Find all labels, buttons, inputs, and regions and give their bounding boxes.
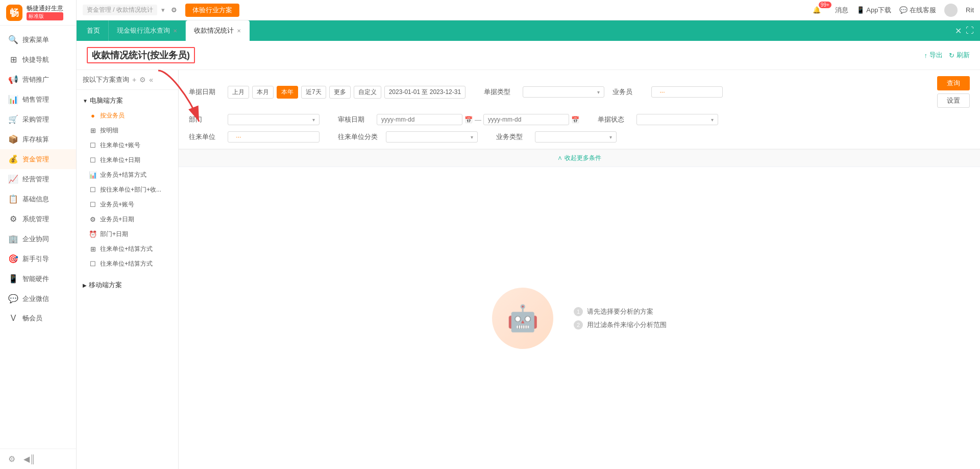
export-button[interactable]: ↑ 导出 — [924, 51, 943, 60]
tab-bank-flow[interactable]: 现金银行流水查询 ✕ — [109, 20, 186, 41]
this-month-btn[interactable]: 本月 — [252, 86, 274, 99]
trial-button[interactable]: 体验行业方案 — [185, 4, 239, 17]
biz-type-select[interactable]: ▾ — [535, 131, 617, 143]
plan-item-by-detail[interactable]: ⊞ 按明细 — [77, 123, 178, 138]
topbar-right: 🔔99+ 消息 📱 App下载 💬 在线客服 Rit — [813, 4, 974, 17]
counterpart-more-btn[interactable]: ··· — [236, 133, 241, 140]
tab-maximize-icon[interactable]: ⛶ — [966, 26, 974, 35]
page-title: 收款情况统计(按业务员) — [87, 47, 195, 63]
collapse-bar[interactable]: ∧ 收起更多条件 — [179, 149, 980, 167]
plan-item-unit-date[interactable]: ☐ 往来单位+日期 — [77, 153, 178, 168]
plan-item-unit-dept-receipts[interactable]: ☐ 按往来单位+部门+收... — [77, 182, 178, 197]
sidebar-item-basic-info[interactable]: 📋 基础信息 — [0, 189, 76, 209]
sidebar-item-purchase[interactable]: 🛒 采购管理 — [0, 109, 76, 129]
user-avatar[interactable] — [944, 4, 958, 17]
custom-date-btn[interactable]: 自定义 — [354, 86, 381, 99]
notifications-bell-icon[interactable]: 🔔99+ 消息 — [813, 5, 849, 15]
review-date-calendar-icon[interactable]: 📅 — [464, 116, 473, 124]
filter-row-2: 部门 ▾ 审核日期 📅 — 📅 单据状态 — [189, 114, 970, 125]
counterpart-type-select[interactable]: ▾ — [386, 131, 478, 143]
user-name: Rit — [966, 6, 974, 14]
last-month-btn[interactable]: 上月 — [228, 86, 249, 99]
more-date-btn[interactable]: 更多 — [329, 86, 351, 99]
plan-item-salesman-date[interactable]: ⚙ 业务员+日期 — [77, 212, 178, 227]
basic-info-icon: 📋 — [8, 194, 18, 204]
settings-button[interactable]: 设置 — [937, 93, 970, 108]
mobile-plans-arrow-icon: ▶ — [83, 283, 87, 288]
voucher-type-select[interactable]: ▾ — [523, 86, 604, 98]
add-plan-icon[interactable]: + — [132, 76, 136, 84]
sidebar-item-guide[interactable]: 🎯 新手引导 — [0, 249, 76, 269]
voucher-status-chevron-icon: ▾ — [711, 117, 714, 123]
sidebar-item-operations[interactable]: 📈 经营管理 — [0, 169, 76, 189]
inventory-icon: 📦 — [8, 134, 18, 144]
topbar-gear-icon[interactable]: ⚙ — [171, 6, 177, 14]
plan-item-unit-account[interactable]: ☐ 往来单位+账号 — [77, 138, 178, 153]
pc-plans-arrow-icon: ▼ — [83, 98, 88, 104]
tab-close-all-icon[interactable]: ✕ — [955, 26, 962, 36]
quick-nav-icon: ⊞ — [8, 55, 18, 64]
plan-item-unit-payment1[interactable]: ⊞ 往来单位+结算方式 — [77, 242, 178, 256]
sidebar-item-finance[interactable]: 💰 资金管理 — [0, 149, 76, 169]
panel-collapse-icon[interactable]: « — [149, 76, 153, 84]
app-download-link[interactable]: 📱 App下载 — [856, 6, 891, 15]
salesman-more-btn[interactable]: ··· — [659, 88, 665, 96]
plan-item-salesman-payment[interactable]: 📊 业务员+结算方式 — [77, 168, 178, 182]
sidebar-item-system[interactable]: ⚙ 系统管理 — [0, 209, 76, 229]
sidebar-item-marketing[interactable]: 📢 营销推广 — [0, 69, 76, 89]
sidebar-item-quick-nav[interactable]: ⊞ 快捷导航 — [0, 50, 76, 69]
tab-receipts[interactable]: 收款情况统计 ✕ — [186, 20, 250, 41]
empty-illustration: 🤖 — [492, 288, 553, 349]
last-7days-btn[interactable]: 近7天 — [301, 86, 326, 99]
collapse-bar-label: ∧ 收起更多条件 — [557, 154, 601, 161]
counterpart-label: 往来单位 — [189, 132, 219, 142]
sidebar-item-inventory[interactable]: 📦 库存核算 — [0, 129, 76, 149]
sidebar-item-hardware[interactable]: 📱 智能硬件 — [0, 269, 76, 289]
left-panel: 按以下方案查询 + ⚙ « ▼ 电脑端方案 ● 按业务员 ⊞ 按明细 — [77, 70, 179, 469]
plan-item-unit-payment2[interactable]: ☐ 往来单位+结算方式 — [77, 256, 178, 271]
review-date-end-calendar-icon[interactable]: 📅 — [571, 116, 579, 124]
review-date-start-input[interactable] — [377, 114, 462, 125]
mobile-plans-group[interactable]: ▶ 移动端方案 — [77, 277, 178, 293]
sidebar-item-enterprise[interactable]: 🏢 企业协同 — [0, 229, 76, 249]
sidebar-item-wechat[interactable]: 💬 企业微信 — [0, 289, 76, 309]
operations-icon: 📈 — [8, 174, 18, 184]
breadcrumb-chevron-icon[interactable]: ▾ — [161, 6, 165, 14]
sidebar-item-member[interactable]: V 畅会员 — [0, 309, 76, 328]
sidebar-nav: 🔍 搜索菜单 ⊞ 快捷导航 📢 营销推广 📊 销售管理 🛒 采购管理 📦 库存核… — [0, 26, 76, 449]
sidebar-item-sales[interactable]: 📊 销售管理 — [0, 89, 76, 109]
empty-content: 🤖 1 请先选择要分析的方案 2 用过滤条件来缩小分析范围 — [179, 167, 980, 469]
salesman-select[interactable]: ··· — [651, 86, 723, 98]
biz-type-chevron-icon: ▾ — [609, 134, 612, 140]
dept-select[interactable]: ▾ — [228, 114, 320, 125]
tab-bar: 首页 现金银行流水查询 ✕ 收款情况统计 ✕ ✕ ⛶ — [77, 20, 980, 41]
tab-home[interactable]: 首页 — [79, 20, 109, 41]
pc-plans-group[interactable]: ▼ 电脑端方案 — [77, 93, 178, 108]
plan-item-dept-date[interactable]: ⏰ 部门+日期 — [77, 227, 178, 242]
plan-item-salesman-account[interactable]: ☐ 业务员+账号 — [77, 197, 178, 212]
date-filter-value: 上月 本月 本年 近7天 更多 自定义 2023-01-01 至 2023-12… — [228, 86, 465, 99]
plan-dept-date-icon: ⏰ — [89, 230, 97, 238]
voucher-status-select[interactable]: ▾ — [636, 114, 718, 125]
sidebar-collapse-icon[interactable]: ◀║ — [23, 454, 35, 464]
query-button[interactable]: 查询 — [937, 76, 970, 90]
plan-unit-account-icon: ☐ — [89, 142, 97, 149]
sales-icon: 📊 — [8, 95, 18, 104]
plan-settings-icon[interactable]: ⚙ — [139, 76, 146, 84]
plan-item-by-salesman[interactable]: ● 按业务员 — [77, 108, 178, 123]
counterpart-select[interactable]: ··· — [228, 131, 320, 143]
review-date-end-input[interactable] — [483, 114, 569, 125]
tab-receipts-close-icon[interactable]: ✕ — [237, 28, 241, 34]
online-service-link[interactable]: 💬 在线客服 — [899, 6, 936, 15]
tip-num-1: 1 — [574, 307, 583, 316]
refresh-button[interactable]: ↻ 刷新 — [949, 51, 970, 60]
sidebar-item-search-menu[interactable]: 🔍 搜索菜单 — [0, 30, 76, 50]
voucher-type-chevron-icon: ▾ — [597, 89, 600, 95]
sidebar-settings-icon[interactable]: ⚙ — [8, 454, 15, 464]
filter-area: 单据日期 上月 本月 本年 近7天 更多 自定义 2023-01-01 至 20… — [179, 70, 980, 149]
tab-bank-flow-close-icon[interactable]: ✕ — [173, 28, 177, 34]
empty-tip-1: 1 请先选择要分析的方案 — [574, 307, 667, 316]
this-year-btn[interactable]: 本年 — [277, 86, 298, 99]
counterpart-type-label: 往来单位分类 — [338, 132, 378, 142]
empty-tip-2: 2 用过滤条件来缩小分析范围 — [574, 320, 667, 330]
